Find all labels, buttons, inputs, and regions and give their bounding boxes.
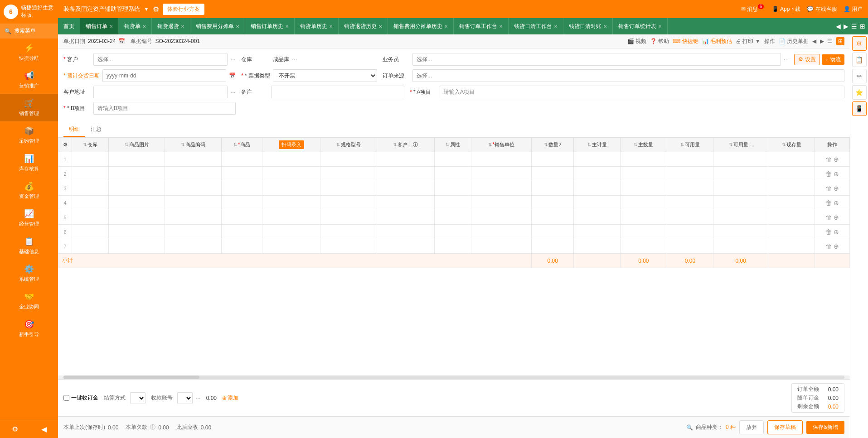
right-panel-edit-btn[interactable]: ✏ <box>852 69 867 83</box>
sales-order-tab-close[interactable]: ✕ <box>109 24 113 29</box>
one-click-deposit-checkbox[interactable]: 一键收订金 <box>63 394 98 402</box>
col-available[interactable]: ⇅可用量 <box>667 138 713 152</box>
calendar-icon[interactable]: 📅 <box>118 38 125 44</box>
prev-record-btn[interactable]: ◀ <box>812 38 816 44</box>
operation-action[interactable]: 操作 <box>764 38 775 45</box>
sidebar-item-finance[interactable]: 💰 资金管理 <box>0 177 58 204</box>
row-1-main-qty[interactable] <box>621 152 667 167</box>
cash-reconcile-tab-close[interactable]: ✕ <box>603 24 607 29</box>
sales-expense-history-tab-close[interactable]: ✕ <box>444 24 448 29</box>
row-3-copy-btn[interactable]: ⊕ <box>834 185 839 192</box>
tab-sales-invoice[interactable]: 销货单 ✕ <box>119 18 152 34</box>
sidebar-item-basic[interactable]: 📋 基础信息 <box>0 232 58 260</box>
b-project-input[interactable] <box>93 102 236 115</box>
one-click-deposit-input[interactable] <box>63 395 69 401</box>
row-1-qty2[interactable] <box>532 152 574 167</box>
tab-cash-workspace[interactable]: 钱货日清工作台 ✕ <box>509 18 563 34</box>
tab-sales-expense-history[interactable]: 销售费用分摊单历史 ✕ <box>388 18 454 34</box>
tab-sales-invoice-history[interactable]: 销货单历史 ✕ <box>295 18 339 34</box>
row-7-delete-btn[interactable]: 🗑 <box>825 243 832 250</box>
sidebar-collapse-btn[interactable]: ◀ <box>41 425 47 433</box>
col-code[interactable]: ⇅商品编码 <box>165 138 221 152</box>
goods-count-value[interactable]: 0 种 <box>726 424 736 431</box>
app-download-btn[interactable]: 📱 App下载 <box>772 5 800 13</box>
tab-sales-order[interactable]: 销售订单 ✕ <box>80 18 119 34</box>
row-3-delete-btn[interactable]: 🗑 <box>825 185 832 192</box>
delivery-calendar-btn[interactable]: 📅 <box>229 72 236 79</box>
sidebar-item-guide[interactable]: 🎯 新手引导 <box>0 315 58 342</box>
col-spec[interactable]: ⇅规格型号 <box>320 138 377 152</box>
right-panel-clipboard-btn[interactable]: 📋 <box>852 53 867 67</box>
customer-more-btn[interactable]: ··· <box>230 56 236 63</box>
a-project-input[interactable] <box>440 86 844 98</box>
tab-sales-order-workspace[interactable]: 销售订单工作台 ✕ <box>454 18 509 34</box>
cash-workspace-tab-close[interactable]: ✕ <box>554 24 558 29</box>
next-record-btn[interactable]: ▶ <box>820 38 824 44</box>
customer-input[interactable] <box>93 53 228 66</box>
user-area[interactable]: 👤 用户 <box>844 5 863 13</box>
col-main-qty[interactable]: ⇅主数量 <box>621 138 667 152</box>
tab-home[interactable]: 首页 <box>58 18 80 34</box>
row-1-spec[interactable] <box>320 152 377 167</box>
row-5-copy-btn[interactable]: ⊕ <box>834 214 839 221</box>
row-1-attr[interactable] <box>434 152 471 167</box>
scrollbar-thumb[interactable] <box>63 375 199 379</box>
row-2-main-qty[interactable] <box>621 167 667 181</box>
sales-invoice-tab-close[interactable]: ✕ <box>142 24 146 29</box>
dropdown-arrow-icon[interactable]: ▼ <box>144 6 149 12</box>
settings-btn[interactable]: ⚙ <box>153 5 159 14</box>
row-4-delete-btn[interactable]: 🗑 <box>825 199 832 207</box>
sales-return-tab-close[interactable]: ✕ <box>181 24 184 29</box>
help-action[interactable]: ❓ 帮助 <box>650 38 669 45</box>
row-6-delete-btn[interactable]: 🗑 <box>825 228 832 236</box>
sidebar-item-inventory[interactable]: 📊 库存核算 <box>0 149 58 177</box>
tabs-next-arrow[interactable]: ▶ <box>843 22 849 31</box>
tab-summary[interactable]: 汇总 <box>85 123 107 137</box>
row-2-customer-code[interactable] <box>377 167 434 181</box>
tab-sales-expense[interactable]: 销售费用分摊单 ✕ <box>190 18 245 34</box>
col-stock[interactable]: ⇅现存量 <box>768 138 815 152</box>
discard-button[interactable]: 放弃 <box>739 420 764 434</box>
tab-sales-order-history[interactable]: 销售订单历史 ✕ <box>245 18 295 34</box>
print-action[interactable]: 🖨 打印 ▼ <box>736 38 761 45</box>
row-2-unit[interactable] <box>471 167 532 181</box>
tab-cash-reconcile[interactable]: 钱货日清对账 ✕ <box>563 18 613 34</box>
sales-expense-tab-close[interactable]: ✕ <box>236 24 239 29</box>
online-service-btn[interactable]: 💬 在线客服 <box>807 5 837 13</box>
row-1-code[interactable] <box>165 152 221 167</box>
history-action[interactable]: 📄 历史单据 <box>779 38 809 45</box>
save-new-button[interactable]: 保存&新增 <box>806 421 844 434</box>
save-draft-button[interactable]: 保存草稿 <box>767 420 803 434</box>
sales-return-history-tab-close[interactable]: ✕ <box>378 24 382 29</box>
warehouse-more-btn[interactable]: ··· <box>292 56 297 63</box>
sidebar-item-quick-nav[interactable]: ⚡ 快捷导航 <box>0 39 58 66</box>
profit-action[interactable]: 📊 毛利预估 <box>702 38 732 45</box>
shortcut-action[interactable]: ⌨ 快捷键 <box>673 38 698 45</box>
tabs-menu-btn[interactable]: ☰ <box>850 22 858 31</box>
row-1-customer-code[interactable] <box>377 152 434 167</box>
row-1-goods[interactable] <box>221 152 262 167</box>
row-1-copy-btn[interactable]: ⊕ <box>834 156 839 163</box>
row-2-code[interactable] <box>165 167 221 181</box>
delivery-date-input[interactable] <box>102 69 226 82</box>
col-scan[interactable]: 扫码录入 <box>262 138 320 152</box>
row-1-warehouse[interactable] <box>72 152 109 167</box>
col-warehouse[interactable]: ⇅仓库 <box>72 138 109 152</box>
sales-order-workspace-tab-close[interactable]: ✕ <box>499 24 503 29</box>
row-7-copy-btn[interactable]: ⊕ <box>834 243 839 250</box>
form-view-btn[interactable]: ⊞ <box>836 37 844 45</box>
tab-sales-return-history[interactable]: 销货退货历史 ✕ <box>339 18 388 34</box>
col-attr[interactable]: ⇅属性 <box>434 138 471 152</box>
sidebar-item-purchase[interactable]: 📦 采购管理 <box>0 121 58 149</box>
message-area[interactable]: ✉ 消息 6 <box>741 5 766 13</box>
add-goods-btn[interactable]: + 物流 <box>822 54 844 65</box>
sales-order-history-tab-close[interactable]: ✕ <box>285 24 289 29</box>
row-2-spec[interactable] <box>320 167 377 181</box>
salesperson-more-btn[interactable]: ··· <box>784 56 789 63</box>
sales-stats-tab-close[interactable]: ✕ <box>658 24 662 29</box>
row-2-qty2[interactable] <box>532 167 574 181</box>
row-2-attr[interactable] <box>434 167 471 181</box>
remark-input[interactable] <box>271 86 404 98</box>
customer-addr-input[interactable] <box>93 86 228 98</box>
row-2-goods[interactable] <box>221 167 262 181</box>
